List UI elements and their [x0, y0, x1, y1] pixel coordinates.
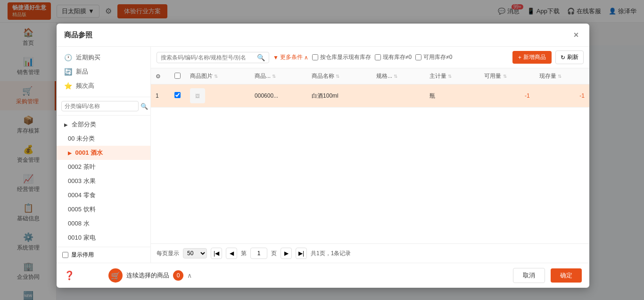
row-checkbox-cell[interactable]: [170, 84, 185, 108]
help-icon[interactable]: ❓: [64, 270, 74, 281]
table-header: ⚙ 商品图片 ⇅ 商品... ⇅ 商品名称: [151, 68, 589, 84]
sort-name-icon: ⇅: [336, 74, 339, 79]
col-checkbox: [170, 68, 185, 84]
col-spec-label: 规格...: [376, 73, 392, 79]
row-index: 1: [151, 84, 170, 108]
quick-label-recent: 近期购买: [76, 53, 100, 62]
cat-item-tea[interactable]: 0002 茶叶: [57, 160, 150, 174]
category-search-row: 🔍: [57, 97, 150, 116]
col-spec[interactable]: 规格... ⇅: [372, 68, 425, 84]
col-settings-icon: ⚙: [156, 73, 161, 80]
cart-icon[interactable]: 🛒: [108, 268, 123, 283]
quick-label-new: 新品: [76, 67, 88, 76]
arrow-icon-all: ▶: [64, 122, 68, 127]
cat-item-unclassified[interactable]: 00 未分类: [57, 132, 150, 146]
col-available[interactable]: 可用量 ⇅: [479, 68, 534, 84]
cat-item-appliance[interactable]: 0010 家电: [57, 231, 150, 245]
row-name-cell: 白酒100ml: [307, 84, 372, 108]
cart-label: 连续选择的商品: [126, 271, 169, 280]
left-footer: 显示停用: [57, 247, 150, 263]
col-name[interactable]: 商品名称 ⇅: [307, 68, 372, 84]
show-warehouse-stock-checkbox[interactable]: [312, 54, 318, 60]
category-search-input[interactable]: [61, 101, 139, 111]
col-stock-label: 现存量: [539, 73, 556, 79]
refresh-button[interactable]: ↻ 刷新: [555, 50, 584, 64]
table-row[interactable]: 1 🖼 000600... 白酒100ml 瓶 -1: [151, 84, 589, 108]
nonzero-stock-text: 现有库存≠0: [383, 53, 412, 61]
sort-code-icon: ⇅: [272, 74, 276, 79]
col-image-label: 商品图片: [190, 73, 213, 79]
left-panel: 🕐 近期购买 🔄 新品 ⭐ 频次高 🔍 ▶ 全部分类: [57, 47, 151, 263]
row-checkbox[interactable]: [174, 92, 181, 98]
quick-item-frequent[interactable]: ⭐ 频次高: [57, 79, 150, 93]
nonzero-stock-label[interactable]: 现有库存≠0: [375, 53, 412, 61]
search-icon[interactable]: 🔍: [257, 54, 265, 61]
cat-item-snack[interactable]: 0004 零食: [57, 188, 150, 202]
current-page-input[interactable]: [250, 248, 267, 259]
filter-label: 更多条件: [280, 53, 303, 61]
sort-spec-icon: ⇅: [394, 74, 397, 79]
product-search-input[interactable]: [161, 54, 255, 61]
confirm-button[interactable]: 确定: [551, 268, 582, 283]
filter-button[interactable]: ▼ 更多条件 ∧: [273, 53, 308, 61]
category-search-icon[interactable]: 🔍: [140, 103, 148, 110]
page-size-label: 每页显示: [157, 250, 179, 258]
last-page-button[interactable]: ▶|: [296, 248, 307, 259]
col-stock[interactable]: 现存量 ⇅: [535, 68, 589, 84]
col-settings[interactable]: ⚙: [151, 68, 170, 84]
arrow-icon-alcohol: ▶: [68, 150, 72, 156]
filter-icon: ▼: [273, 54, 279, 61]
cat-item-drink[interactable]: 0005 饮料: [57, 202, 150, 217]
product-table: ⚙ 商品图片 ⇅ 商品... ⇅ 商品名称: [151, 68, 589, 108]
next-page-button[interactable]: ▶: [281, 248, 292, 259]
prev-page-button[interactable]: ◀: [226, 248, 237, 259]
modal-body: 🕐 近期购买 🔄 新品 ⭐ 频次高 🔍 ▶ 全部分类: [57, 47, 589, 263]
cat-item-water[interactable]: 0008 水: [57, 217, 150, 231]
page-label: 第: [241, 250, 247, 258]
col-name-label: 商品名称: [312, 73, 334, 79]
col-unit-label: 主计量: [429, 73, 446, 79]
new-icon: 🔄: [64, 68, 72, 75]
product-table-wrap: ⚙ 商品图片 ⇅ 商品... ⇅ 商品名称: [151, 68, 589, 243]
row-unit-cell: 瓶: [425, 84, 479, 108]
cart-count: 0: [173, 270, 183, 281]
page-size-select[interactable]: 50 10 20 100: [183, 248, 207, 258]
table-body: 1 🖼 000600... 白酒100ml 瓶 -1: [151, 84, 589, 108]
nonzero-available-text: 可用库存≠0: [423, 53, 452, 61]
nonzero-stock-checkbox[interactable]: [375, 54, 381, 60]
show-disabled-checkbox[interactable]: [62, 252, 68, 258]
plus-icon: +: [518, 54, 521, 61]
quick-item-new[interactable]: 🔄 新品: [57, 65, 150, 79]
cancel-button[interactable]: 取消: [513, 268, 545, 283]
row-code-cell: 000600...: [250, 84, 307, 108]
col-image[interactable]: 商品图片 ⇅: [185, 68, 250, 84]
pagination-area: 每页显示 50 10 20 100 |◀ ◀ 第 页 ▶ ▶| 共1页，1条记录: [151, 243, 589, 263]
collapse-up-icon[interactable]: ∧: [187, 272, 192, 279]
nonzero-available-checkbox[interactable]: [415, 54, 421, 60]
col-code[interactable]: 商品... ⇅: [250, 68, 307, 84]
total-info: 共1页，1条记录: [311, 250, 351, 258]
cat-item-all[interactable]: ▶ 全部分类: [57, 117, 150, 132]
show-disabled-label: 显示停用: [71, 251, 94, 259]
cat-item-alcohol[interactable]: ▶ 0001 酒水: [57, 146, 150, 160]
modal-footer: ❓ 🛒 连续选择的商品 0 ∧ 取消 确定: [57, 263, 589, 288]
show-warehouse-stock-label[interactable]: 按仓库显示现有库存: [312, 53, 371, 61]
modal-header: 商品参照 ×: [57, 24, 589, 47]
row-image-cell: 🖼: [185, 84, 250, 108]
sort-stock-icon: ⇅: [558, 74, 561, 79]
refresh-label: 刷新: [567, 53, 578, 61]
first-page-button[interactable]: |◀: [211, 248, 222, 259]
modal-close-button[interactable]: ×: [570, 29, 582, 41]
image-placeholder: 🖼: [195, 93, 200, 99]
select-all-checkbox[interactable]: [174, 73, 181, 79]
col-unit[interactable]: 主计量 ⇅: [425, 68, 479, 84]
cat-item-fruit[interactable]: 0003 水果: [57, 174, 150, 188]
product-thumbnail: 🖼: [190, 88, 205, 103]
nonzero-available-label[interactable]: 可用库存≠0: [415, 53, 452, 61]
col-code-label: 商品...: [255, 73, 271, 79]
cart-area: 🛒 连续选择的商品 0 ∧: [108, 268, 192, 283]
add-product-button[interactable]: + 新增商品: [512, 51, 552, 64]
row-available-cell: -1: [479, 84, 534, 108]
quick-label-frequent: 频次高: [76, 82, 94, 90]
quick-item-recent[interactable]: 🕐 近期购买: [57, 50, 150, 65]
